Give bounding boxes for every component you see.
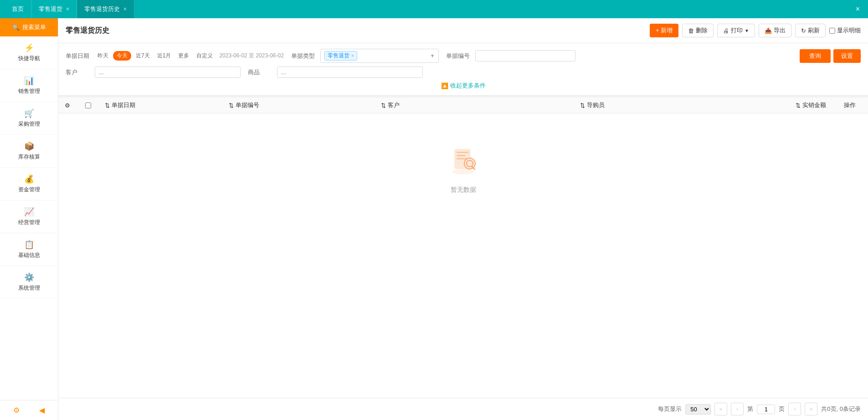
- customer-input[interactable]: [95, 67, 241, 78]
- window-close-button[interactable]: ×: [852, 5, 863, 13]
- th-settings[interactable]: ⚙: [58, 102, 77, 109]
- next-page-button[interactable]: ›: [788, 403, 801, 415]
- query-actions: 查询 设置: [800, 49, 861, 63]
- sidebar-item-system-label: 系统管理: [18, 284, 40, 292]
- sidebar-search[interactable]: 🔍 搜索菜单: [0, 18, 58, 36]
- refresh-button[interactable]: ↻ 刷新: [795, 24, 826, 37]
- display-detail-label: 显示明细: [837, 26, 861, 35]
- page-header: 零售退货历史 + 新增 🗑 删除 🖨 打印 ▼ 📤 导出: [58, 18, 868, 43]
- sidebar-item-basic-info[interactable]: 📋 基础信息: [0, 233, 58, 266]
- sidebar-search-label: 搜索菜单: [22, 23, 46, 31]
- doc-type-chevron: ▼: [430, 53, 435, 58]
- column-settings-icon[interactable]: ⚙: [65, 102, 70, 109]
- tab-retail-return[interactable]: 零售退货 ×: [31, 0, 77, 18]
- sidebar-item-sales-mgmt[interactable]: 📊 销售管理: [0, 69, 58, 102]
- sales-mgmt-icon: 📊: [24, 76, 34, 86]
- empty-state: 暂无数据: [58, 113, 868, 221]
- sidebar-item-basic-info-label: 基础信息: [18, 251, 40, 259]
- display-detail-checkbox[interactable]: [829, 28, 835, 34]
- date-7days[interactable]: 近7天: [133, 51, 153, 61]
- date-1month[interactable]: 近1月: [154, 51, 174, 61]
- setting-button[interactable]: 设置: [833, 49, 861, 63]
- filter-row-1: 单据日期 昨天 今天 近7天 近1月 更多 自定义 2023-06-02 至 2…: [66, 49, 861, 63]
- print-button[interactable]: 🖨 打印 ▼: [717, 24, 755, 37]
- svg-point-0: [452, 169, 474, 174]
- sidebar-item-system[interactable]: ⚙️ 系统管理: [0, 266, 58, 299]
- th-checkbox[interactable]: [77, 102, 99, 108]
- doc-type-tag-close[interactable]: ×: [351, 53, 354, 58]
- finance-icon: 💰: [24, 174, 34, 184]
- new-button[interactable]: + 新增: [650, 24, 678, 37]
- display-detail-checkbox-label: 显示明细: [829, 26, 861, 35]
- main-layout: 🔍 搜索菜单 ⚡ 快捷导航 📊 销售管理 🛒 采购管理 📦 库存核算 💰: [0, 18, 868, 420]
- quick-nav-icon: ⚡: [24, 43, 34, 53]
- page-size-select[interactable]: 50 10 20 100: [685, 404, 711, 415]
- top-bar: 首页 零售退货 × 零售退货历史 × ×: [0, 0, 868, 18]
- empty-state-text: 暂无数据: [451, 186, 476, 194]
- query-button[interactable]: 查询: [800, 49, 831, 63]
- sidebar-item-sales-label: 销售管理: [18, 87, 40, 95]
- sidebar-item-inventory-label: 库存核算: [18, 153, 40, 161]
- export-button[interactable]: 📤 导出: [759, 24, 791, 37]
- tab-list: 首页 零售退货 × 零售退货历史 ×: [5, 0, 852, 18]
- collapse-up-icon: 🔼: [441, 82, 448, 89]
- th-date-label: 单据日期: [112, 101, 135, 109]
- content-area: 零售退货历史 + 新增 🗑 删除 🖨 打印 ▼ 📤 导出: [58, 18, 868, 420]
- print-chevron-icon: ▼: [745, 28, 749, 33]
- svg-rect-3: [457, 155, 466, 156]
- header-actions: + 新增 🗑 删除 🖨 打印 ▼ 📤 导出 ↻ 刷新: [650, 24, 861, 37]
- customer-filter-label: 客户: [66, 68, 91, 77]
- tab-retail-return-close[interactable]: ×: [66, 6, 69, 12]
- tab-retail-return-history-label: 零售退货历史: [84, 5, 120, 13]
- last-page-button[interactable]: »: [805, 403, 817, 415]
- delete-button[interactable]: 🗑 删除: [682, 24, 714, 37]
- doc-type-tag-text: 零售退货: [328, 52, 349, 60]
- sidebar-item-operations[interactable]: 📈 经营管理: [0, 200, 58, 233]
- svg-point-5: [464, 158, 475, 169]
- sidebar-item-operations-label: 经营管理: [18, 219, 40, 226]
- date-today[interactable]: 今天: [113, 51, 131, 61]
- table-header: ⚙ ⇅ 单据日期 ⇅ 单据编号 ⇅ 客户 ⇅: [58, 97, 868, 113]
- goods-input[interactable]: [277, 67, 423, 78]
- print-button-label: 打印: [731, 26, 743, 35]
- th-customer[interactable]: ⇅ 客户: [375, 101, 575, 109]
- doc-type-select[interactable]: 零售退货 × ▼: [320, 49, 439, 63]
- goods-filter-item: 商品: [248, 67, 423, 78]
- th-no[interactable]: ⇅ 单据编号: [223, 101, 375, 109]
- svg-rect-2: [457, 152, 468, 153]
- prev-page-button[interactable]: ‹: [731, 403, 744, 415]
- search-icon: 🔍: [12, 24, 20, 31]
- sidebar-item-purchase-mgmt[interactable]: 🛒 采购管理: [0, 102, 58, 135]
- tab-home[interactable]: 首页: [5, 0, 31, 18]
- new-button-label: + 新增: [656, 26, 673, 35]
- sidebar-item-inventory[interactable]: 📦 库存核算: [0, 135, 58, 168]
- date-custom[interactable]: 自定义: [194, 51, 216, 61]
- sidebar-items: ⚡ 快捷导航 📊 销售管理 🛒 采购管理 📦 库存核算 💰 资金管理 📈: [0, 36, 58, 400]
- doc-no-input[interactable]: [475, 50, 575, 61]
- inventory-icon: 📦: [24, 141, 34, 151]
- th-action-label: 操作: [844, 101, 856, 109]
- page-number-input[interactable]: [757, 405, 775, 414]
- collapse-filter-label: 收起更多条件: [450, 82, 486, 90]
- tab-retail-return-history[interactable]: 零售退货历史 ×: [77, 0, 134, 18]
- tab-retail-return-history-close[interactable]: ×: [123, 6, 127, 12]
- settings-bottom-icon[interactable]: ⚙: [13, 406, 20, 415]
- sidebar-item-quick-nav-label: 快捷导航: [18, 55, 40, 62]
- export-icon: 📤: [765, 27, 772, 34]
- th-guide[interactable]: ⇅ 导购员: [575, 101, 727, 109]
- doc-type-label: 单据类型: [291, 52, 317, 60]
- sidebar-item-finance[interactable]: 💰 资金管理: [0, 168, 58, 200]
- collapse-filter-button[interactable]: 🔼 收起更多条件: [441, 82, 486, 90]
- th-amount[interactable]: ⇅ 实销金额: [726, 101, 832, 109]
- sidebar: 🔍 搜索菜单 ⚡ 快捷导航 📊 销售管理 🛒 采购管理 📦 库存核算 💰: [0, 18, 58, 420]
- th-date[interactable]: ⇅ 单据日期: [99, 101, 223, 109]
- date-more[interactable]: 更多: [175, 51, 192, 61]
- print-icon: 🖨: [723, 27, 729, 34]
- sidebar-item-quick-nav[interactable]: ⚡ 快捷导航: [0, 36, 58, 69]
- th-customer-label: 客户: [388, 101, 400, 109]
- select-all-checkbox[interactable]: [85, 102, 91, 108]
- first-page-button[interactable]: «: [714, 403, 727, 415]
- doc-no-label: 单据编号: [446, 52, 472, 60]
- date-yesterday[interactable]: 昨天: [95, 51, 111, 61]
- collapse-sidebar-icon[interactable]: ◀: [39, 406, 45, 415]
